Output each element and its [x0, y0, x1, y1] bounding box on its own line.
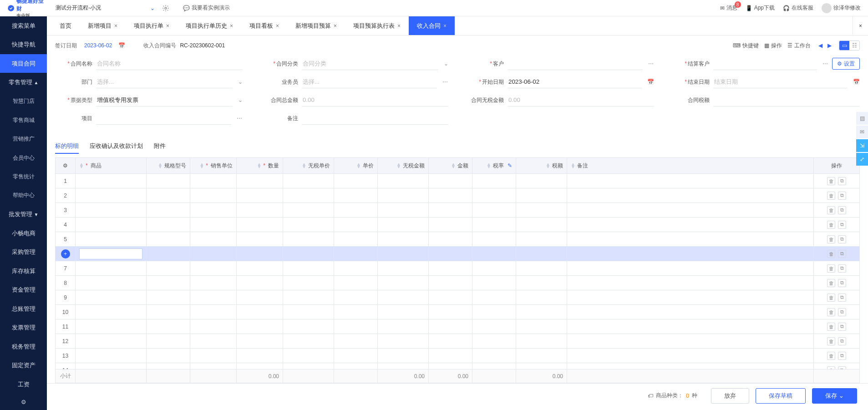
start-date-input[interactable] — [508, 76, 642, 88]
row-index[interactable]: + — [56, 247, 76, 261]
tab-3[interactable]: 项目执行单历史× — [178, 16, 241, 35]
sidebar-settings[interactable]: ⚙ — [0, 394, 47, 410]
float-tool-1[interactable]: ▤ — [856, 112, 868, 125]
copy-row-icon[interactable]: ⧉ — [838, 177, 846, 185]
copy-row-icon[interactable]: ⧉ — [838, 352, 846, 360]
row-index[interactable]: 8 — [56, 276, 76, 290]
row-index[interactable]: 14 — [56, 363, 76, 369]
delete-row-icon[interactable]: 🗑 — [827, 366, 835, 370]
table-row[interactable]: 14🗑⧉ — [56, 363, 859, 369]
col-tax-rate[interactable]: ▲▼税率✎ — [472, 158, 516, 173]
notax-amount-input[interactable] — [508, 94, 654, 106]
delete-row-icon[interactable]: 🗑 — [827, 294, 835, 302]
col-gear[interactable]: ⚙ — [56, 158, 76, 173]
col-tax[interactable]: ▲▼税额 — [516, 158, 567, 173]
row-index[interactable]: 13 — [56, 349, 76, 363]
delete-row-icon[interactable]: 🗑 — [827, 206, 835, 214]
tab-6[interactable]: 项目预算执行表× — [345, 16, 409, 35]
online-service-button[interactable]: 🎧 在线客服 — [783, 4, 813, 12]
row-index[interactable]: 3 — [56, 203, 76, 217]
calendar-icon[interactable]: 📅 — [853, 79, 860, 85]
close-icon[interactable]: × — [397, 23, 401, 29]
table-row[interactable]: 13🗑⧉ — [56, 348, 859, 363]
tabs-close-all[interactable]: × — [853, 16, 868, 35]
copy-row-icon[interactable]: ⧉ — [838, 308, 846, 316]
table-row[interactable]: 8🗑⧉ — [56, 275, 859, 290]
demo-link[interactable]: 💬 我要看实例演示 — [183, 4, 230, 12]
table-row[interactable]: 1🗑⧉ — [56, 173, 859, 188]
department-input[interactable] — [96, 76, 233, 88]
product-cell-input[interactable] — [79, 248, 142, 259]
sidebar-item-4[interactable]: 智慧门店 — [0, 92, 47, 111]
row-index[interactable]: 9 — [56, 290, 76, 304]
table-row[interactable]: 9🗑⧉ — [56, 290, 859, 304]
save-button[interactable]: 保存⌄ — [812, 388, 857, 404]
more-icon[interactable]: ⋯ — [442, 79, 448, 85]
workbench-button[interactable]: ☰工作台 — [787, 42, 811, 50]
tax-amount-input[interactable] — [713, 94, 860, 106]
more-icon[interactable]: ⋯ — [648, 61, 654, 67]
col-notax-amount[interactable]: ▲▼无税金额 — [378, 158, 429, 173]
col-remark[interactable]: ▲▼备注 — [567, 158, 814, 173]
sidebar-item-3[interactable]: 零售管理▲ — [0, 73, 47, 91]
total-amount-input[interactable] — [302, 94, 448, 106]
contract-type-input[interactable] — [302, 57, 438, 70]
copy-row-icon[interactable]: ⧉ — [838, 206, 846, 214]
edit-icon[interactable]: ✎ — [508, 162, 512, 169]
row-index[interactable]: 11 — [56, 319, 76, 334]
sidebar-item-11[interactable]: 小畅电商 — [0, 224, 47, 243]
sidebar-item-12[interactable]: 采购管理 — [0, 243, 47, 262]
col-qty[interactable]: ▲▼*数量 — [237, 158, 283, 173]
sidebar-item-17[interactable]: 税务管理 — [0, 337, 47, 356]
close-icon[interactable]: × — [334, 23, 337, 29]
copy-row-icon[interactable]: ⧉ — [838, 264, 846, 273]
sidebar-item-14[interactable]: 资金管理 — [0, 281, 47, 299]
sidebar-item-1[interactable]: 快捷导航 — [0, 35, 47, 54]
delete-row-icon[interactable]: 🗑 — [827, 337, 835, 345]
user-menu[interactable]: 徐泽华修改 — [822, 3, 861, 13]
table-row[interactable]: 12🗑⧉ — [56, 334, 859, 348]
table-row[interactable]: 10🗑⧉ — [56, 304, 859, 319]
sidebar-item-18[interactable]: 固定资产 — [0, 356, 47, 375]
tab-4[interactable]: 项目看板× — [241, 16, 287, 35]
calendar-icon[interactable]: 📅 — [118, 42, 125, 49]
delete-row-icon[interactable]: 🗑 — [827, 308, 835, 316]
tab-1[interactable]: 新增项目× — [80, 16, 126, 35]
sidebar-item-16[interactable]: 发票管理 — [0, 319, 47, 337]
close-icon[interactable]: × — [114, 23, 117, 29]
discard-button[interactable]: 放弃 — [711, 388, 749, 404]
tab-2[interactable]: 项目执行单× — [126, 16, 178, 35]
chevron-down-icon[interactable]: ⌄ — [238, 97, 243, 103]
col-spec[interactable]: ▲▼规格型号 — [147, 158, 190, 173]
chevron-down-icon[interactable]: ⌄ — [444, 61, 448, 67]
sidebar-item-8[interactable]: 零售统计 — [0, 167, 47, 186]
view-form-button[interactable]: ▭ — [839, 41, 849, 50]
table-row[interactable]: 2🗑⧉ — [56, 188, 859, 202]
copy-row-icon[interactable]: ⧉ — [838, 221, 846, 229]
messages-button[interactable]: ✉ 消息 8 — [720, 4, 737, 12]
delete-row-icon[interactable]: 🗑 — [827, 192, 835, 200]
copy-row-icon[interactable]: ⧉ — [838, 192, 846, 200]
col-amount[interactable]: ▲▼金额 — [429, 158, 472, 173]
col-product[interactable]: ▲▼*商品 — [76, 158, 147, 173]
contract-name-input[interactable] — [96, 57, 243, 70]
shortcut-button[interactable]: ⌨快捷键 — [733, 42, 759, 50]
tab-5[interactable]: 新增项目预算× — [287, 16, 345, 35]
float-tool-3[interactable]: ⇲ — [856, 139, 868, 152]
sidebar-item-13[interactable]: 库存核算 — [0, 262, 47, 280]
table-row[interactable]: 4🗑⧉ — [56, 217, 859, 232]
copy-row-icon[interactable]: ⧉ — [838, 235, 846, 243]
table-row[interactable]: 3🗑⧉ — [56, 202, 859, 217]
tab-7[interactable]: 收入合同× — [409, 16, 455, 35]
row-index[interactable]: 1 — [56, 174, 76, 188]
prev-record-button[interactable]: ◀ — [816, 41, 824, 50]
workspace-selector[interactable]: 测试分开流程-小况 ⌄ — [56, 4, 155, 12]
invoice-type-input[interactable] — [96, 94, 233, 106]
close-icon[interactable]: × — [443, 23, 447, 29]
delete-row-icon[interactable]: 🗑 — [827, 323, 835, 331]
col-notax-price[interactable]: ▲▼无税单价 — [283, 158, 334, 173]
close-icon[interactable]: × — [276, 23, 279, 29]
copy-row-icon[interactable]: ⧉ — [838, 323, 846, 331]
gear-icon[interactable] — [162, 5, 169, 12]
view-list-button[interactable]: ☷ — [849, 41, 859, 50]
